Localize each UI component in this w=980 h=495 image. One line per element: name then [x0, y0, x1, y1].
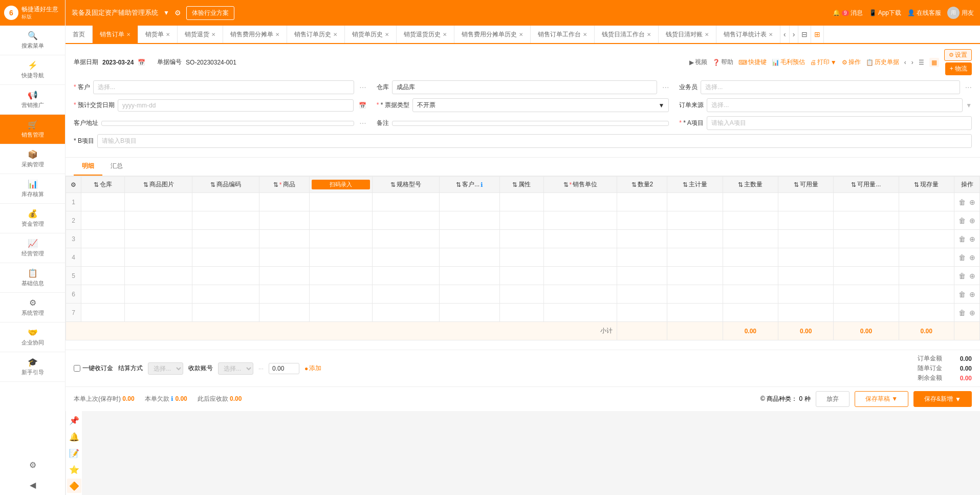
tab-expense-history[interactable]: 销售费用分摊单历史 ✕ [454, 26, 531, 44]
industry-plan-button[interactable]: 体验行业方案 [186, 6, 234, 20]
close-order-history-tab[interactable]: ✕ [333, 32, 337, 37]
close-goods-history-tab[interactable]: ✕ [385, 32, 389, 37]
row-3-main-qty[interactable] [723, 230, 778, 248]
row-3-delete-btn[interactable]: 🗑 [957, 234, 967, 244]
tab-return-history[interactable]: 销货退货历史 ✕ [397, 26, 454, 44]
row-1-sales-unit[interactable] [543, 193, 617, 211]
row-7-warehouse[interactable] [81, 304, 125, 322]
a-project-input[interactable]: 请输入A项目 [707, 116, 972, 130]
tab-goods-history[interactable]: 销货单历史 ✕ [345, 26, 397, 44]
app-download-btn[interactable]: 📱 App下载 [869, 9, 901, 17]
row-5-available2[interactable] [834, 267, 899, 285]
row-4-qty2[interactable] [617, 248, 667, 267]
close-sales-order-tab[interactable]: ✕ [126, 32, 130, 37]
row-4-warehouse[interactable] [81, 248, 125, 267]
sidebar-item-purchase[interactable]: 📦 采购管理 [0, 144, 65, 174]
save-draft-button[interactable]: 保存草稿 ▼ [855, 391, 909, 407]
row-1-product[interactable] [259, 193, 309, 211]
row-3-customer-code[interactable] [440, 230, 500, 248]
row-1-image[interactable] [125, 193, 192, 211]
tab-maximize-btn[interactable]: ⊞ [811, 26, 824, 44]
row-7-sku-code[interactable] [192, 304, 259, 322]
row-2-delete-btn[interactable]: 🗑 [957, 216, 967, 226]
close-cash-workbench-tab[interactable]: ✕ [647, 32, 651, 37]
row-3-sku-code[interactable] [192, 230, 259, 248]
row-2-product[interactable] [259, 211, 309, 230]
close-cash-reconcile-tab[interactable]: ✕ [705, 32, 709, 37]
tab-sales-stats[interactable]: 销售订单统计表 ✕ [716, 26, 780, 44]
row-2-image[interactable] [125, 211, 192, 230]
row-6-warehouse[interactable] [81, 285, 125, 304]
tab-order-history[interactable]: 销售订单历史 ✕ [287, 26, 345, 44]
date-picker-icon[interactable]: 📅 [359, 102, 366, 109]
order-source-input[interactable]: 选择... [707, 98, 963, 112]
row-5-product[interactable] [259, 267, 309, 285]
row-7-image[interactable] [125, 304, 192, 322]
tab-summary[interactable]: 汇总 [102, 158, 131, 176]
add-payment-btn[interactable]: ● 添加 [304, 364, 321, 373]
sidebar-item-marketing[interactable]: 📢 营销推广 [0, 85, 65, 115]
row-1-stock[interactable] [899, 193, 954, 211]
row-2-qty2[interactable] [617, 211, 667, 230]
gear-icon[interactable]: ⚙ [175, 9, 181, 17]
row-4-copy-btn[interactable]: ⊕ [968, 252, 976, 263]
row-7-customer-code[interactable] [440, 304, 500, 322]
history-action[interactable]: 📋 历史单据 [866, 58, 899, 67]
row-4-image[interactable] [125, 248, 192, 267]
row-4-main-qty[interactable] [723, 248, 778, 267]
salesperson-input[interactable]: 选择... [701, 80, 960, 94]
tab-sales-goods[interactable]: 销货单 ✕ [138, 26, 178, 44]
row-2-copy-btn[interactable]: ⊕ [968, 216, 976, 226]
close-expense-history-tab[interactable]: ✕ [519, 32, 523, 37]
tab-order-workbench[interactable]: 销售订单工作台 ✕ [531, 26, 595, 44]
row-4-main-unit[interactable] [667, 248, 723, 267]
row-4-customer-code[interactable] [440, 248, 500, 267]
row-6-stock[interactable] [899, 285, 954, 304]
row-4-sku-code[interactable] [192, 248, 259, 267]
shortcut-action[interactable]: ⌨ 快捷键 [738, 58, 767, 67]
discard-button[interactable]: 放弃 [816, 391, 850, 407]
sidebar-item-inventory[interactable]: 📊 库存核算 [0, 174, 65, 204]
th-scan[interactable]: 扫码录入 [309, 177, 372, 193]
row-3-warehouse[interactable] [81, 230, 125, 248]
prev-record-btn[interactable]: ‹ [904, 59, 906, 66]
row-3-scan[interactable] [309, 230, 372, 248]
row-5-image[interactable] [125, 267, 192, 285]
operation-action[interactable]: ⚙ 操作 [842, 58, 861, 67]
row-3-stock[interactable] [899, 230, 954, 248]
row-1-main-unit[interactable] [667, 193, 723, 211]
dropdown-arrow-icon[interactable]: ▼ [163, 9, 169, 16]
customer-address-input[interactable] [101, 121, 354, 126]
receipt-account-select[interactable]: 选择... [218, 362, 253, 375]
row-1-spec[interactable] [373, 193, 440, 211]
user-menu[interactable]: 用 用友 [947, 7, 974, 19]
row-5-delete-btn[interactable]: 🗑 [957, 271, 967, 281]
sidebar-settings[interactable]: ⚙ [0, 455, 65, 475]
warehouse-input[interactable]: 成品库 [392, 80, 657, 94]
dots-btn[interactable]: ··· [258, 365, 264, 372]
row-6-sku-code[interactable] [192, 285, 259, 304]
row-3-available[interactable] [778, 230, 834, 248]
row-1-customer-code[interactable] [440, 193, 500, 211]
tab-sales-return[interactable]: 销货退货 ✕ [178, 26, 223, 44]
row-5-warehouse[interactable] [81, 267, 125, 285]
settings-button[interactable]: ⚙ 设置 [944, 49, 972, 61]
row-6-qty2[interactable] [617, 285, 667, 304]
row-5-copy-btn[interactable]: ⊕ [968, 271, 976, 281]
sidebar-item-search[interactable]: 🔍 搜索菜单 [0, 26, 65, 55]
row-3-attribute[interactable] [500, 230, 543, 248]
row-4-scan[interactable] [309, 248, 372, 267]
row-7-qty2[interactable] [617, 304, 667, 322]
tab-cash-workbench[interactable]: 钱货日清工作台 ✕ [595, 26, 659, 44]
add-logistics-button[interactable]: + 物流 [945, 62, 972, 75]
row-2-spec[interactable] [373, 211, 440, 230]
row-4-available2[interactable] [834, 248, 899, 267]
scan-btn[interactable]: 扫码录入 [312, 180, 370, 189]
help-action[interactable]: ❓ 帮助 [712, 58, 733, 67]
sidebar-item-system[interactable]: ⚙ 系统管理 [0, 293, 65, 322]
row-2-sales-unit[interactable] [543, 211, 617, 230]
row-7-copy-btn[interactable]: ⊕ [968, 308, 976, 318]
salesperson-more-btn[interactable]: ··· [965, 83, 972, 92]
row-1-warehouse[interactable] [81, 193, 125, 211]
tab-sales-expense[interactable]: 销售费用分摊单 ✕ [223, 26, 287, 44]
